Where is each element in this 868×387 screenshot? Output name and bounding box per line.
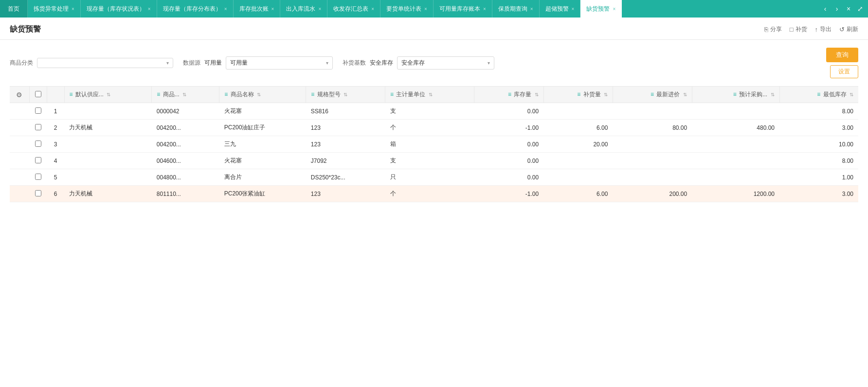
col-stock-header[interactable]: ≡ 库存量 ⇅	[474, 87, 543, 103]
row-minstock-cell: 1.00	[779, 169, 858, 186]
share-label: 分享	[770, 25, 782, 34]
col-price-icon: ≡	[651, 91, 654, 98]
row-check-cell[interactable]	[29, 120, 47, 136]
row-minstock-cell: 8.00	[779, 153, 858, 169]
table-row: 2 力天机械 004200... PC200油缸庄子 123 个 -1.00 6…	[10, 120, 858, 136]
datasource-chevron-icon: ▾	[326, 60, 328, 66]
tab-close-all-button[interactable]: ×	[843, 3, 854, 15]
tab-available-close[interactable]: ×	[483, 6, 486, 12]
tab-expiry[interactable]: 保质期查询 ×	[492, 0, 540, 18]
row-price-cell: 200.00	[613, 186, 692, 202]
tab-overstock-close[interactable]: ×	[572, 6, 575, 12]
tab-collect[interactable]: 收发存汇总表 ×	[327, 0, 380, 18]
col-spec-icon: ≡	[311, 91, 314, 98]
row-check-cell[interactable]	[29, 136, 47, 153]
header-actions: ⎘ 分享 □ 补货 ↑ 导出 ↺ 刷新	[764, 25, 858, 34]
tab-overstock[interactable]: 超储预警 ×	[540, 0, 581, 18]
col-replenish-header[interactable]: ≡ 补货量 ⇅	[543, 87, 613, 103]
share-button[interactable]: ⎘ 分享	[764, 25, 782, 34]
datasource-value-group: 可用量	[204, 59, 222, 67]
setting-button[interactable]: 设置	[830, 65, 858, 78]
row-name-cell: 离合片	[219, 169, 306, 186]
tab-expiry-label: 保质期查询	[498, 5, 527, 13]
replenish-base-chevron-icon: ▾	[488, 60, 490, 66]
row-checkbox[interactable]	[35, 174, 41, 180]
tab-inventory-status[interactable]: 现存量（库存状况表） ×	[81, 0, 157, 18]
row-minstock-cell: 10.00	[779, 136, 858, 153]
category-select[interactable]: ▾	[37, 58, 173, 68]
row-check-cell[interactable]	[29, 103, 47, 120]
col-code-header[interactable]: ≡ 商品... ⇅	[152, 87, 219, 103]
tab-abnormal-close[interactable]: ×	[72, 6, 74, 12]
tab-next-button[interactable]: ›	[831, 3, 843, 15]
tab-home[interactable]: 首页	[0, 0, 28, 18]
tab-available[interactable]: 可用量库存账本 ×	[434, 0, 492, 18]
row-code-cell: 004600...	[152, 153, 219, 169]
replenish-button[interactable]: □ 补货	[790, 25, 807, 34]
row-est-cell	[692, 136, 779, 153]
query-button[interactable]: 查询	[826, 48, 858, 62]
tab-abnormal[interactable]: 拣货异常处理 ×	[28, 0, 81, 18]
tab-inventory-dist-label: 现存量（库存分布表）	[163, 5, 221, 13]
row-replenish-cell: 6.00	[543, 120, 613, 136]
row-checkbox[interactable]	[35, 124, 41, 130]
row-num-cell: 6	[47, 186, 64, 202]
export-button[interactable]: ↑ 导出	[815, 25, 832, 34]
row-replenish-cell	[543, 153, 613, 169]
select-all-checkbox[interactable]	[35, 91, 41, 97]
tab-inout-close[interactable]: ×	[318, 6, 321, 12]
tab-inventory-dist[interactable]: 现存量（库存分布表） ×	[157, 0, 234, 18]
tab-shortage-label: 缺货预警	[586, 5, 610, 13]
tab-inventory-dist-close[interactable]: ×	[224, 6, 227, 12]
row-check-cell[interactable]	[29, 153, 47, 169]
settings-gear-icon[interactable]: ⚙	[16, 91, 22, 99]
col-est-header[interactable]: ≡ 预计采购... ⇅	[692, 87, 779, 103]
tab-inventory-status-close[interactable]: ×	[148, 6, 151, 12]
datasource-value: 可用量	[204, 59, 222, 67]
row-settings-cell	[10, 103, 29, 120]
row-checkbox[interactable]	[35, 157, 41, 163]
export-label: 导出	[820, 25, 832, 34]
table-wrapper: ⚙ ≡ 默认供应... ⇅ ≡ 商品... ⇅	[0, 86, 868, 202]
col-supplier-header[interactable]: ≡ 默认供应... ⇅	[64, 87, 152, 103]
col-price-sort-icon: ⇅	[683, 92, 687, 97]
row-checkbox[interactable]	[35, 107, 41, 114]
tab-inventory-status-label: 现存量（库存状况表）	[87, 5, 145, 13]
col-unit-header[interactable]: ≡ 主计量单位 ⇅	[385, 87, 474, 103]
col-check-header[interactable]	[29, 87, 47, 103]
tab-order-stats-label: 要货单统计表	[386, 5, 421, 13]
tab-shortage-close[interactable]: ×	[613, 6, 615, 12]
col-price-header[interactable]: ≡ 最新进价 ⇅	[613, 87, 692, 103]
refresh-button[interactable]: ↺ 刷新	[839, 25, 858, 34]
tab-collect-close[interactable]: ×	[371, 6, 374, 12]
col-minstock-header[interactable]: ≡ 最低库存 ⇅	[779, 87, 858, 103]
col-spec-header[interactable]: ≡ 规格型号 ⇅	[306, 87, 385, 103]
tab-expiry-close[interactable]: ×	[530, 6, 533, 12]
row-check-cell[interactable]	[29, 169, 47, 186]
tab-batch-close[interactable]: ×	[271, 6, 274, 12]
row-minstock-cell: 3.00	[779, 186, 858, 202]
col-code-icon: ≡	[157, 91, 160, 98]
tab-expand-button[interactable]: ⤢	[854, 3, 866, 15]
col-spec-sort-icon: ⇅	[344, 92, 347, 97]
datasource-select[interactable]: 可用量 ▾	[226, 56, 333, 70]
row-checkbox[interactable]	[35, 190, 41, 196]
row-code-cell: 004800...	[152, 169, 219, 186]
row-replenish-cell	[543, 169, 613, 186]
row-replenish-cell	[543, 103, 613, 120]
tab-prev-button[interactable]: ‹	[819, 3, 831, 15]
row-check-cell[interactable]	[29, 186, 47, 202]
row-name-cell: 火花塞	[219, 103, 306, 120]
tab-batch[interactable]: 库存批次账 ×	[234, 0, 281, 18]
col-name-header[interactable]: ≡ 商品名称 ⇅	[219, 87, 306, 103]
tab-inout[interactable]: 出入库流水 ×	[280, 0, 327, 18]
row-checkbox[interactable]	[35, 141, 41, 147]
tab-shortage[interactable]: 缺货预警 ×	[580, 0, 622, 18]
replenish-base-select[interactable]: 安全库存 ▾	[397, 56, 494, 70]
refresh-icon: ↺	[839, 26, 845, 33]
row-unit-cell: 个	[385, 186, 474, 202]
col-settings-header[interactable]: ⚙	[10, 87, 29, 103]
tab-home-label: 首页	[8, 5, 19, 13]
tab-order-stats[interactable]: 要货单统计表 ×	[380, 0, 434, 18]
tab-order-stats-close[interactable]: ×	[424, 6, 427, 12]
